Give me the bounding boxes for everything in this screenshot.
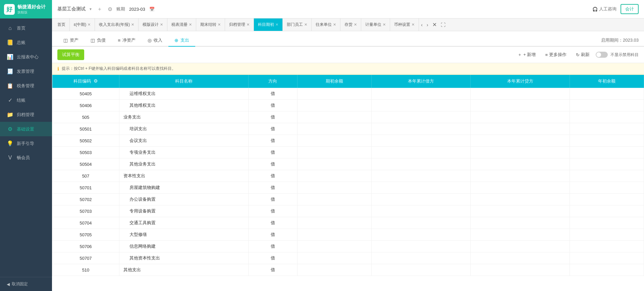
tab-close-btn[interactable]: ✕: [412, 22, 415, 27]
tab-label: 币种设置: [394, 22, 410, 28]
project-name: 基层工会测试: [57, 6, 86, 12]
table-row[interactable]: 507资本性支出借: [52, 170, 644, 182]
table-row[interactable]: 50707其他资本性支出借: [52, 252, 644, 264]
sidebar-item-ledger[interactable]: 📒 总账: [0, 35, 52, 50]
disable-toggle[interactable]: [596, 52, 608, 58]
cell-year-opening: [570, 88, 644, 100]
sidebar-item-home[interactable]: ⌂ 首页: [0, 21, 52, 35]
tab-measure[interactable]: 计量单位 ✕: [361, 18, 390, 31]
sidebar-item-tax[interactable]: 📋 税务管理: [0, 79, 52, 93]
tab-expand-btn[interactable]: ⛶: [439, 22, 447, 28]
tab-units[interactable]: 往来单位 ✕: [312, 18, 340, 31]
home-icon: ⌂: [7, 25, 13, 31]
sub-tab-expense[interactable]: ⊕ 支出: [168, 35, 195, 47]
sub-tab-net-asset[interactable]: ≡ 净资产: [112, 35, 142, 47]
tab-next-btn[interactable]: ›: [425, 22, 430, 28]
cell-year-opening: [570, 135, 644, 147]
sidebar-item-guide[interactable]: 💡 新手引导: [0, 136, 52, 151]
tab-bs[interactable]: ε(中期) ✕: [70, 18, 95, 31]
add-btn[interactable]: ＋ + 新增: [514, 50, 539, 60]
sidebar-item-closing[interactable]: ✓ 结账: [0, 93, 52, 107]
tab-inventory[interactable]: 存货 ✕: [340, 18, 361, 31]
tab-archive[interactable]: 归档管理 ✕: [225, 18, 254, 31]
account-btn[interactable]: 会计: [621, 4, 639, 14]
tab-prev-btn[interactable]: ‹: [419, 22, 425, 28]
tab-close-btn[interactable]: ✕: [304, 22, 307, 27]
tab-tax[interactable]: 税表清册 ✕: [167, 18, 196, 31]
table-row[interactable]: 510其他支出借: [52, 264, 644, 276]
tab-close-btn[interactable]: ✕: [354, 22, 357, 27]
tab-close-btn[interactable]: ✕: [160, 22, 163, 27]
tab-period-end[interactable]: 期末结转 ✕: [196, 18, 225, 31]
tab-label: 期末结转: [200, 22, 216, 28]
table-row[interactable]: 50702办公设备购置借: [52, 194, 644, 205]
table-row[interactable]: 50704交通工具购置借: [52, 217, 644, 229]
tab-close-all-btn[interactable]: ✕: [430, 21, 439, 28]
table-row[interactable]: 50504其他业务支出借: [52, 158, 644, 170]
top-header: 基层工会测试 ▾ ＋ ⚙ 账期 2023-03 📅 🎧 人工咨询 会计: [52, 0, 644, 18]
sidebar-item-invoice[interactable]: 🧾 发票管理: [0, 64, 52, 79]
project-settings-btn[interactable]: ⚙: [108, 6, 112, 12]
cell-year-opening: [570, 252, 644, 264]
tab-home[interactable]: 首页: [53, 18, 70, 31]
refresh-btn[interactable]: ↻ 刷新: [573, 50, 593, 60]
project-dropdown-arrow[interactable]: ▾: [90, 7, 92, 11]
tab-dept[interactable]: 部门员工 ✕: [283, 18, 312, 31]
sidebar-item-settings[interactable]: ⚙ 基础设置: [0, 122, 52, 136]
sidebar-item-reports[interactable]: 📊 云报表中心: [0, 50, 52, 64]
table-row[interactable]: 50705大型修缮借: [52, 229, 644, 241]
col-settings-icon[interactable]: ⚙: [94, 78, 98, 84]
table-row[interactable]: 50501培训支出借: [52, 123, 644, 135]
tab-currency[interactable]: 币种设置 ✕: [390, 18, 419, 31]
sidebar-item-archive[interactable]: 📁 归档管理: [0, 107, 52, 122]
sidebar-collapse-btn[interactable]: ◀ 取消固定: [0, 277, 52, 291]
cell-ytd-debit: [371, 88, 471, 100]
tab-close-btn[interactable]: ✕: [333, 22, 336, 27]
support-btn[interactable]: 🎧 人工咨询: [592, 6, 616, 12]
table-row[interactable]: 50701房屋建筑物购建借: [52, 182, 644, 194]
balance-btn[interactable]: 试算平衡: [57, 49, 84, 60]
table-row[interactable]: 50406其他维权支出借: [52, 100, 644, 111]
table-row[interactable]: 50706信息网络购建借: [52, 241, 644, 252]
tab-close-btn[interactable]: ✕: [88, 22, 91, 27]
tab-close-btn[interactable]: ✕: [275, 22, 278, 27]
table-row[interactable]: 50503专项业务支出借: [52, 147, 644, 158]
cell-code: 510: [52, 264, 119, 276]
cell-ytd-debit: [371, 100, 471, 111]
tab-income[interactable]: 收入支出表(年报) ✕: [95, 18, 139, 31]
table-row[interactable]: 50405运维维权支出借: [52, 88, 644, 100]
sub-tab-liability[interactable]: ◫ 负债: [85, 35, 112, 47]
tab-subject-period[interactable]: 科目期初 ✕: [254, 18, 283, 31]
cell-ytd-debit: [371, 252, 471, 264]
cell-ytd-credit: [471, 170, 570, 182]
calendar-icon[interactable]: 📅: [149, 7, 155, 12]
col-header-direction: 方向: [248, 75, 297, 88]
table-row[interactable]: 50703专用设备购置借: [52, 205, 644, 217]
sidebar-item-label: 税务管理: [17, 83, 34, 89]
cell-year-opening: [570, 123, 644, 135]
sub-tab-asset[interactable]: ◫ 资产: [57, 35, 85, 47]
tab-close-btn[interactable]: ✕: [247, 22, 250, 27]
tab-close-btn[interactable]: ✕: [218, 22, 221, 27]
sidebar-item-member[interactable]: V 畅会员: [0, 151, 52, 165]
tab-close-btn[interactable]: ✕: [131, 22, 134, 27]
sub-tab-income[interactable]: ◎ 收入: [142, 35, 168, 47]
sub-tab-bar: ◫ 资产 ◫ 负债 ≡ 净资产 ◎ 收入 ⊕ 支出 启用期间：2023.03: [52, 31, 644, 47]
cell-year-opening: [570, 205, 644, 217]
cell-opening: [297, 158, 371, 170]
cell-opening: [297, 111, 371, 123]
settings-icon: ⚙: [7, 126, 13, 132]
logo-icon: 好: [4, 4, 15, 15]
tab-template[interactable]: 模版设计 ✕: [139, 18, 167, 31]
table-row[interactable]: 50502会议支出借: [52, 135, 644, 147]
tab-label: 归档管理: [229, 22, 245, 28]
tab-close-btn[interactable]: ✕: [383, 22, 386, 27]
add-project-btn[interactable]: ＋: [96, 6, 104, 13]
net-asset-icon: ≡: [118, 38, 120, 43]
tab-close-btn[interactable]: ✕: [189, 22, 192, 27]
col-header-opening: 期初余额: [297, 75, 371, 88]
more-operations-btn[interactable]: ≡ 更多操作: [542, 50, 570, 60]
cell-opening: [297, 241, 371, 252]
cell-opening: [297, 88, 371, 100]
table-row[interactable]: 505业务支出借: [52, 111, 644, 123]
